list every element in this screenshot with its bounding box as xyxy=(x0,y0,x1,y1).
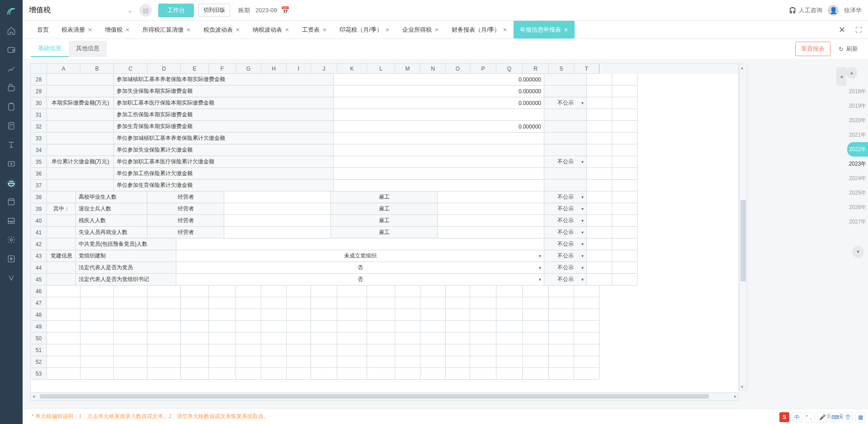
col-header-L[interactable]: L xyxy=(367,64,395,74)
col-header-H[interactable]: H xyxy=(261,64,287,74)
empty-cell[interactable] xyxy=(420,356,446,368)
empty-cell[interactable] xyxy=(80,368,114,380)
empty-cell[interactable] xyxy=(181,344,209,356)
refresh-button[interactable]: ↻ 刷新 xyxy=(839,45,858,53)
row-header[interactable]: 32 xyxy=(31,121,47,133)
value-cell[interactable]: 0.000000 xyxy=(334,74,544,86)
empty-cell[interactable] xyxy=(470,286,496,297)
chart-icon[interactable] xyxy=(7,64,16,73)
col-header-Q[interactable]: Q xyxy=(496,64,523,74)
year-down-arrow[interactable]: ▾ xyxy=(853,246,863,257)
col-header-K[interactable]: K xyxy=(337,64,367,74)
col-header-M[interactable]: M xyxy=(395,64,420,74)
value-cell[interactable] xyxy=(334,168,544,180)
row-header[interactable]: 53 xyxy=(31,368,47,380)
empty-cell[interactable] xyxy=(80,297,114,309)
empty-cell[interactable] xyxy=(181,321,209,333)
empty-cell[interactable] xyxy=(236,286,261,297)
empty-cell[interactable] xyxy=(574,309,599,321)
home-icon[interactable] xyxy=(7,26,16,35)
row-header[interactable]: 36 xyxy=(31,168,47,180)
publish-dropdown[interactable]: 不公示 xyxy=(544,227,587,238)
col-header-E[interactable]: E xyxy=(181,64,209,74)
col-header-S[interactable]: S xyxy=(549,64,574,74)
empty-cell[interactable] xyxy=(114,368,147,380)
empty-cell[interactable] xyxy=(420,368,446,380)
empty-cell[interactable] xyxy=(523,333,549,344)
empty-cell[interactable] xyxy=(311,321,337,333)
tab-2[interactable]: 增值税✕ xyxy=(99,21,136,38)
empty-cell[interactable] xyxy=(549,309,574,321)
value-cell[interactable] xyxy=(438,191,544,203)
empty-cell[interactable] xyxy=(446,321,470,333)
empty-cell[interactable] xyxy=(287,356,311,368)
value-cell[interactable]: 0.000000 xyxy=(334,121,544,133)
empty-cell[interactable] xyxy=(470,368,496,380)
empty-cell[interactable] xyxy=(367,368,395,380)
publish-dropdown[interactable]: 不公示 xyxy=(544,274,587,286)
empty-cell[interactable] xyxy=(337,344,367,356)
year-2019年[interactable]: 2019年 xyxy=(847,99,868,113)
ime-keyboard-button[interactable]: ⌨ xyxy=(830,412,840,422)
row-header[interactable]: 45 xyxy=(31,274,47,286)
empty-cell[interactable] xyxy=(337,297,367,309)
empty-cell[interactable] xyxy=(47,368,80,380)
empty-cell[interactable] xyxy=(420,344,446,356)
empty-cell[interactable] xyxy=(367,309,395,321)
tab-9[interactable]: 财务报表（月/季）✕ xyxy=(445,21,514,38)
settings-icon[interactable] xyxy=(7,235,16,244)
empty-cell[interactable] xyxy=(446,333,470,344)
publish-dropdown[interactable]: 不公示 xyxy=(544,97,587,109)
empty-cell[interactable] xyxy=(496,368,523,380)
empty-cell[interactable] xyxy=(47,297,80,309)
tab-close-icon[interactable]: ✕ xyxy=(434,27,439,33)
empty-cell[interactable] xyxy=(181,309,209,321)
tab-1[interactable]: 税表清册✕ xyxy=(55,21,99,38)
empty-cell[interactable] xyxy=(311,368,337,380)
publish-dropdown[interactable]: 不公示 xyxy=(544,238,587,250)
row-header[interactable]: 35 xyxy=(31,156,47,168)
year-2023年[interactable]: 2023年 xyxy=(847,157,868,171)
v-icon[interactable] xyxy=(7,273,16,282)
tab-close-icon[interactable]: ✕ xyxy=(186,27,191,33)
publish-dropdown[interactable]: 不公示 xyxy=(544,156,587,168)
value-cell[interactable] xyxy=(334,109,544,121)
value-cell[interactable] xyxy=(334,133,544,144)
tab-close-icon[interactable]: ✕ xyxy=(564,27,568,33)
empty-cell[interactable] xyxy=(261,333,287,344)
tab-3[interactable]: 所得税汇算清缴✕ xyxy=(136,21,197,38)
value-cell[interactable] xyxy=(224,191,331,203)
empty-cell[interactable] xyxy=(209,344,236,356)
tab-close-icon[interactable]: ✕ xyxy=(503,27,507,33)
empty-cell[interactable] xyxy=(80,333,114,344)
empty-cell[interactable] xyxy=(181,333,209,344)
col-header-A[interactable]: A xyxy=(47,64,80,74)
empty-cell[interactable] xyxy=(574,297,599,309)
empty-cell[interactable] xyxy=(367,297,395,309)
ime-s-button[interactable]: S xyxy=(779,412,789,422)
col-header-C[interactable]: C xyxy=(114,64,147,74)
tab-close-icon[interactable]: ✕ xyxy=(322,27,327,33)
empty-cell[interactable] xyxy=(420,309,446,321)
empty-cell[interactable] xyxy=(47,344,80,356)
empty-cell[interactable] xyxy=(337,286,367,297)
empty-cell[interactable] xyxy=(80,344,114,356)
empty-cell[interactable] xyxy=(496,344,523,356)
empty-cell[interactable] xyxy=(181,297,209,309)
year-2027年[interactable]: 2027年 xyxy=(847,214,868,229)
value-cell[interactable]: 0.000000 xyxy=(334,86,544,97)
empty-cell[interactable] xyxy=(337,333,367,344)
empty-cell[interactable] xyxy=(287,297,311,309)
empty-cell[interactable] xyxy=(287,333,311,344)
empty-cell[interactable] xyxy=(549,356,574,368)
empty-cell[interactable] xyxy=(261,297,287,309)
empty-cell[interactable] xyxy=(311,297,337,309)
empty-cell[interactable] xyxy=(337,309,367,321)
empty-cell[interactable] xyxy=(420,297,446,309)
empty-cell[interactable] xyxy=(80,309,114,321)
workbench-button[interactable]: 工作台 xyxy=(158,4,194,17)
empty-cell[interactable] xyxy=(549,344,574,356)
doc-icon[interactable]: ▤ xyxy=(139,4,152,17)
subtab-other[interactable]: 其他信息 xyxy=(69,41,107,57)
empty-cell[interactable] xyxy=(147,309,181,321)
